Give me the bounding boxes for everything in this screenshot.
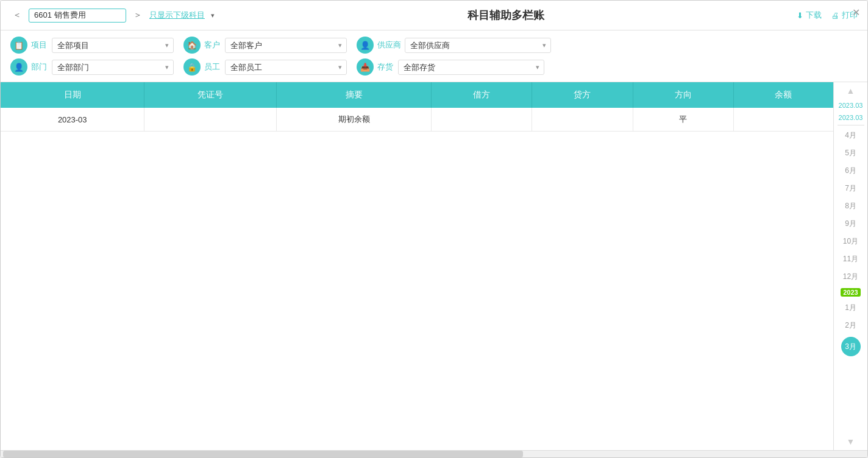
page-title: 科目辅助多栏账	[219, 8, 792, 23]
table-area: 日期 凭证号 摘要 借方 贷方 方向 余额 2023-03 期初余额	[1, 82, 867, 450]
timeline-year-badge: 2023	[841, 288, 860, 297]
inventory-select[interactable]: 全部存货	[398, 60, 544, 75]
timeline-up-button[interactable]: ▲	[834, 82, 867, 99]
filter-item-customer: 🏠 客户 全部客户	[183, 37, 347, 54]
horizontal-scrollbar[interactable]	[1, 450, 867, 457]
filter-item-employee: 🔒 员工 全部员工	[183, 58, 347, 76]
col-credit: 贷方	[532, 82, 633, 108]
timeline-month-11[interactable]: 11月	[834, 250, 867, 268]
project-select-wrapper: 全部项目	[52, 38, 174, 53]
filter-row-2: 👤 部门 全部部门 🔒 员工 全部员工	[10, 58, 858, 76]
show-sub-dropdown-icon[interactable]: ▾	[211, 12, 215, 19]
filter-row-1: 📋 项目 全部项目 🏠 客户 全部客户	[10, 37, 858, 54]
supplier-label: 供应商	[377, 40, 401, 51]
main-content: 日期 凭证号 摘要 借方 贷方 方向 余额 2023-03 期初余额	[1, 82, 867, 450]
filter-item-department: 👤 部门 全部部门	[10, 58, 174, 76]
inventory-select-wrapper: 全部存货	[398, 60, 544, 75]
cell-debit	[431, 108, 532, 132]
next-account-button[interactable]: ＞	[131, 9, 144, 22]
customer-select[interactable]: 全部客户	[225, 38, 347, 53]
customer-label: 客户	[204, 40, 221, 51]
timeline-month-4[interactable]: 4月	[834, 127, 867, 144]
timeline-down-button[interactable]: ▼	[834, 433, 867, 450]
timeline-selected-month-wrapper: 3月	[834, 334, 867, 359]
project-select[interactable]: 全部项目	[52, 38, 174, 53]
print-icon: 🖨	[831, 11, 839, 20]
timeline-divider-1	[838, 125, 864, 125]
filter-bar: 📋 项目 全部项目 🏠 客户 全部客户	[1, 30, 867, 82]
timeline-month-9[interactable]: 9月	[834, 215, 867, 233]
col-debit: 借方	[431, 82, 532, 108]
timeline-panel: ▲ 2023.03 2023.03 4月 5月 6月 7月 8月 9月 10月 …	[833, 82, 867, 450]
timeline-month-8[interactable]: 8月	[834, 197, 867, 215]
cell-balance	[733, 108, 833, 132]
timeline-items: 2023.03 2023.03 4月 5月 6月 7月 8月 9月 10月 11…	[834, 99, 867, 433]
timeline-month-6[interactable]: 6月	[834, 162, 867, 180]
department-icon: 👤	[10, 58, 27, 76]
inventory-label: 存货	[377, 62, 394, 72]
customer-icon: 🏠	[183, 37, 201, 54]
project-icon: 📋	[10, 37, 27, 54]
table-row: 2023-03 期初余额 平	[1, 108, 833, 132]
supplier-icon: 👤	[357, 37, 374, 54]
department-label: 部门	[31, 62, 48, 72]
department-select-wrapper: 全部部门	[52, 60, 174, 75]
col-summary: 摘要	[277, 82, 432, 108]
timeline-month-7[interactable]: 7月	[834, 180, 867, 197]
employee-label: 员工	[204, 62, 221, 72]
download-label: 下载	[806, 10, 822, 21]
supplier-select[interactable]: 全部供应商	[405, 38, 551, 53]
department-select[interactable]: 全部部门	[52, 60, 174, 75]
ledger-table: 日期 凭证号 摘要 借方 贷方 方向 余额 2023-03 期初余额	[1, 82, 833, 132]
col-direction: 方向	[633, 82, 733, 108]
filter-item-inventory: 📥 存货 全部存货	[357, 58, 544, 76]
filter-item-supplier: 👤 供应商 全部供应商	[357, 37, 551, 54]
timeline-month-2[interactable]: 2月	[834, 317, 867, 334]
project-label: 项目	[31, 40, 48, 51]
cell-voucher	[144, 108, 277, 132]
employee-icon: 🔒	[183, 58, 201, 76]
employee-select-wrapper: 全部员工	[225, 60, 347, 75]
prev-account-button[interactable]: ＜	[10, 9, 24, 22]
supplier-select-wrapper: 全部供应商	[405, 38, 551, 53]
col-voucher: 凭证号	[144, 82, 277, 108]
main-window: ＜ ＞ 只显示下级科目 ▾ 科目辅助多栏账 ⬇ 下载 🖨 打印 ✕ 📋 项目	[0, 0, 868, 458]
col-balance: 余额	[733, 82, 833, 108]
download-icon: ⬇	[797, 11, 803, 20]
show-sub-label[interactable]: 只显示下级科目	[149, 10, 205, 21]
cell-date: 2023-03	[1, 108, 144, 132]
timeline-month-12[interactable]: 12月	[834, 268, 867, 286]
cell-credit	[532, 108, 633, 132]
timeline-range-start[interactable]: 2023.03	[834, 99, 867, 111]
customer-select-wrapper: 全部客户	[225, 38, 347, 53]
timeline-month-3-selected[interactable]: 3月	[841, 337, 861, 356]
table-header-row: 日期 凭证号 摘要 借方 贷方 方向 余额	[1, 82, 833, 108]
toolbar-right: ⬇ 下载 🖨 打印	[797, 10, 858, 21]
inventory-icon: 📥	[357, 58, 374, 76]
filter-item-project: 📋 项目 全部项目	[10, 37, 174, 54]
account-code-input[interactable]	[29, 9, 126, 23]
timeline-year-badge-wrapper: 2023	[834, 286, 867, 299]
col-date: 日期	[1, 82, 144, 108]
close-button[interactable]: ✕	[852, 7, 860, 18]
timeline-month-10[interactable]: 10月	[834, 233, 867, 250]
timeline-month-1[interactable]: 1月	[834, 299, 867, 317]
download-button[interactable]: ⬇ 下载	[797, 10, 822, 21]
cell-direction: 平	[633, 108, 733, 132]
timeline-month-5[interactable]: 5月	[834, 144, 867, 162]
cell-summary: 期初余额	[277, 108, 432, 132]
timeline-range-end[interactable]: 2023.03	[834, 111, 867, 124]
employee-select[interactable]: 全部员工	[225, 60, 347, 75]
title-bar: ＜ ＞ 只显示下级科目 ▾ 科目辅助多栏账 ⬇ 下载 🖨 打印 ✕	[1, 1, 867, 30]
